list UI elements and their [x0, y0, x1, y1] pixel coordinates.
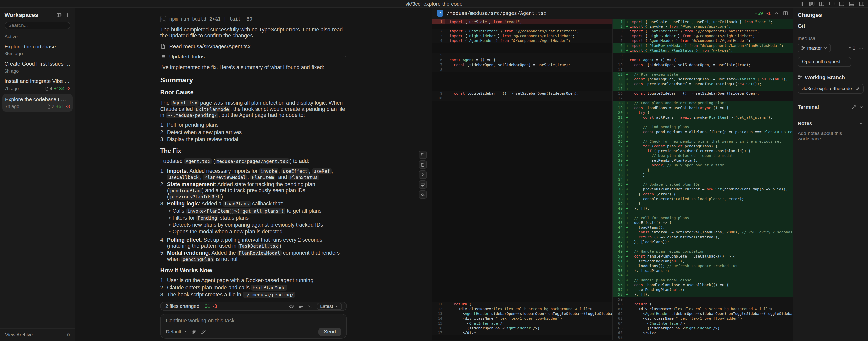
code-line: const [sidebarOpen, setSidebarOpen] = us…	[450, 62, 570, 67]
expand-icon[interactable]	[851, 105, 856, 110]
terminal-command[interactable]: >_npm run build 2>&1 | tail -80	[160, 16, 347, 22]
panel-collapse-icon[interactable]	[56, 12, 62, 18]
bullet-dot: •	[167, 208, 173, 214]
change-marker	[445, 125, 450, 129]
tool-call[interactable]: Read medusa/src/pages/Agent.tsx	[160, 43, 347, 49]
pencil-icon[interactable]	[855, 87, 860, 91]
notes-placeholder[interactable]: Add notes about this workspace...	[798, 130, 863, 142]
change-marker: +	[625, 287, 630, 292]
file-icon	[44, 87, 49, 91]
diff-new-side: 39+ }	[613, 202, 793, 206]
code-line: </div>	[450, 330, 476, 335]
message-composer[interactable]: Continue working on this task... Default…	[160, 314, 347, 339]
diff-row: 51+ setPendingPlan(null);	[432, 259, 793, 264]
line-number: 28	[613, 149, 625, 153]
additions-count: +61	[56, 104, 64, 109]
list-item-text: The hook script creates a file in ~/.med…	[167, 292, 347, 298]
line-number	[432, 287, 444, 292]
panel-bottom-icon[interactable]	[848, 1, 855, 7]
diff-old-side	[432, 216, 612, 220]
diff-new-side: 26+ // Check for new pending plans that …	[613, 139, 793, 144]
diff-row: 47+ }, [loadPlans]);	[432, 240, 793, 244]
model-dropdown[interactable]: Default	[166, 329, 187, 335]
pause-icon[interactable]	[799, 1, 805, 7]
copy-icon[interactable]	[418, 151, 427, 159]
line-number: 16	[613, 91, 625, 96]
terminal-section[interactable]: Terminal	[798, 99, 863, 110]
diff-old-side	[432, 139, 612, 144]
chevron-down-icon[interactable]	[859, 121, 864, 126]
compare-icon[interactable]	[418, 190, 427, 199]
files-changed-bar[interactable]: 2 files changed +61 -3 Latest	[160, 302, 347, 311]
chat-panel: >_npm run build 2>&1 | tail -80The build…	[75, 8, 432, 341]
diff-new-side: 50+ const handlePlanComplete = useCallba…	[613, 254, 793, 259]
more-actions-button[interactable]	[858, 45, 864, 51]
change-marker: +	[625, 86, 630, 91]
change-marker: +	[625, 149, 630, 153]
list-number: 2.	[160, 285, 167, 291]
chevron-up-icon[interactable]	[774, 11, 779, 16]
version-dropdown[interactable]: Latest	[317, 303, 342, 310]
diff-new-side: 57+ setPendingPlan(null);	[613, 287, 793, 292]
plus-icon[interactable]	[65, 12, 70, 18]
line-number: 24	[613, 129, 625, 134]
workspace-item[interactable]: Create Good First Issues on Github So ..…	[0, 59, 75, 76]
code-line: // Update tracked plan IDs	[630, 182, 700, 187]
diff-old-side: 2import { ChatInterface } from "@/compon…	[432, 29, 612, 34]
monitor-icon[interactable]	[829, 1, 835, 7]
columns-icon[interactable]	[783, 11, 788, 16]
change-marker: +	[625, 72, 630, 77]
monitor-icon[interactable]	[418, 180, 427, 189]
diff-new-side: 16 const toggleSidebar = () => setSideba…	[613, 91, 793, 96]
code-line: <ChatInterface />	[630, 321, 685, 326]
branch-selector[interactable]: master	[798, 43, 831, 52]
diff-old-side	[432, 283, 612, 287]
diff-row: 35+ // Update tracked plan IDs	[432, 182, 793, 187]
diff-view[interactable]: 1-import { useState } from "react";1+imp…	[432, 20, 793, 341]
list-number: 4.	[160, 237, 167, 249]
view-archive-button[interactable]: View Archive 0	[0, 328, 75, 341]
tool-call[interactable]: Updated Todos	[160, 54, 347, 60]
diff-list-icon[interactable]	[298, 304, 304, 309]
diff-new-side: 24+ const pendingPlans = allPlans.filter…	[613, 129, 793, 134]
code-line: return (	[630, 302, 652, 307]
search-input[interactable]	[5, 22, 71, 29]
workspace-item[interactable]: Explore the codebase35m ago	[0, 41, 75, 59]
line-number: 56	[613, 283, 625, 287]
undo-icon[interactable]	[307, 304, 313, 309]
workspace-item[interactable]: Install and integrate Vibe Kanban Web...…	[0, 76, 75, 94]
change-marker	[445, 62, 450, 67]
workspace-item[interactable]: Explore the codebase I want you to ex...…	[2, 94, 73, 112]
diff-old-side	[432, 72, 612, 77]
send-button[interactable]: Send	[318, 328, 341, 336]
change-marker	[445, 134, 450, 139]
chat-heading: Root Cause	[160, 89, 347, 96]
panel-left-icon[interactable]	[839, 1, 845, 7]
chevron-down-icon	[342, 54, 347, 59]
paperclip-icon[interactable]	[191, 329, 197, 335]
eye-icon[interactable]	[289, 304, 294, 309]
open-pr-button[interactable]: Open pull request	[798, 57, 851, 67]
line-number	[432, 216, 444, 220]
pencil-icon[interactable]	[201, 329, 206, 335]
diff-old-side	[432, 48, 612, 53]
working-branch-field[interactable]: vk/3ccf-explore-the-code	[798, 84, 863, 93]
diff-row: 19+ const loadPlans = useCallback(async …	[432, 105, 793, 110]
list-item: 1.User is on the Agent page with a Docke…	[160, 277, 347, 283]
panel-right-icon[interactable]	[859, 1, 865, 7]
diff-new-side: 56+ const handlePlanClose = useCallback(…	[613, 283, 793, 287]
line-number: 15	[432, 321, 444, 326]
kanban-icon[interactable]	[809, 1, 815, 7]
diff-panel: TS /medusa/medusa/src/pages/Agent.tsx +5…	[432, 8, 793, 341]
clipboard-icon[interactable]	[418, 160, 427, 169]
notes-section[interactable]: Notes	[798, 116, 863, 127]
chevron-down-icon[interactable]	[859, 105, 864, 110]
play-icon[interactable]	[418, 170, 427, 179]
columns-icon[interactable]	[819, 1, 825, 7]
diff-new-side: 10 const [sidebarOpen, setSidebarOpen] =…	[613, 62, 793, 67]
line-number: 47	[613, 240, 625, 244]
composer-input[interactable]: Continue working on this task...	[166, 317, 341, 323]
line-number	[432, 173, 444, 177]
code-line: <ChatInterface />	[450, 321, 504, 326]
list-item-text: Modal rendering: Added the PlanReviewMod…	[167, 250, 347, 262]
